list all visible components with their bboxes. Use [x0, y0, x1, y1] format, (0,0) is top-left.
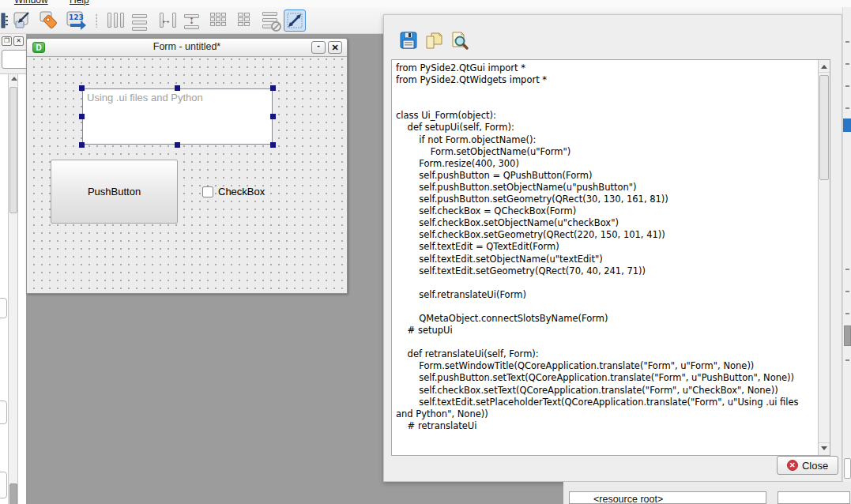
- toolbar-separator: [96, 13, 97, 28]
- right-dock-selection: [843, 118, 851, 132]
- scroll-up-button[interactable]: [819, 60, 830, 73]
- resource-browser-dock: <resource root>: [563, 482, 851, 504]
- form-editor-window: D Form - untitled* - ✕ Using .ui files a…: [26, 38, 348, 294]
- close-button-label: Close: [802, 460, 828, 472]
- menu-window[interactable]: Window: [14, 0, 48, 6]
- selection-handle[interactable]: [175, 142, 180, 148]
- widget-box-dock: ❐ ✕: [0, 34, 26, 504]
- resource-tree[interactable]: <resource root>: [569, 491, 766, 504]
- textedit-placeholder: Using .ui files and Python: [87, 92, 203, 103]
- view-code-dialog: from PySide2.QtGui import * from PySide2…: [383, 14, 842, 482]
- right-dock-box: [844, 458, 851, 479]
- qt-designer-window: Window Help: [0, 0, 851, 504]
- close-icon: ✕: [787, 460, 798, 471]
- layout-form-icon[interactable]: [233, 9, 255, 32]
- checkbox-label: CheckBox: [218, 186, 265, 197]
- dock-close-button[interactable]: ✕: [13, 36, 24, 46]
- code-dialog-toolbar: [384, 15, 842, 56]
- form-minimize-button[interactable]: -: [311, 41, 326, 54]
- selection-handle[interactable]: [270, 85, 276, 91]
- dock-float-button[interactable]: ❐: [2, 36, 12, 46]
- widget-filter-input[interactable]: [2, 50, 26, 69]
- code-text: from PySide2.QtGui import * from PySide2…: [396, 62, 799, 432]
- form-window-title: Form - untitled*: [27, 41, 347, 52]
- resource-side-panel[interactable]: [778, 491, 850, 504]
- form-close-button[interactable]: ✕: [328, 41, 342, 54]
- widget-category-stub[interactable]: [0, 401, 7, 424]
- code-scrollbar[interactable]: [818, 60, 830, 455]
- find-icon[interactable]: [450, 31, 469, 50]
- selection-handle[interactable]: [175, 85, 180, 91]
- selection-handle[interactable]: [79, 142, 85, 148]
- pushbutton-widget[interactable]: PushButton: [51, 160, 178, 224]
- selection-handle[interactable]: [270, 142, 276, 148]
- layout-vertical-icon[interactable]: [129, 9, 151, 32]
- layout-vertical-splitter-icon[interactable]: ↕: [181, 9, 203, 32]
- selection-handle[interactable]: [79, 114, 85, 119]
- selection-handle[interactable]: [79, 85, 85, 91]
- widget-box-scrollbar[interactable]: [8, 74, 18, 504]
- copy-icon[interactable]: [424, 31, 443, 50]
- layout-grid-icon[interactable]: [207, 9, 229, 32]
- form-window-titlebar[interactable]: D Form - untitled* - ✕: [27, 39, 347, 57]
- resource-root-label[interactable]: <resource root>: [593, 494, 663, 504]
- edit-buddies-icon[interactable]: [38, 9, 60, 32]
- edit-widgets-icon[interactable]: [0, 9, 9, 32]
- edit-signals-slots-icon[interactable]: [11, 9, 33, 32]
- widget-box-list: [0, 73, 26, 504]
- widget-category-stub[interactable]: [0, 298, 7, 318]
- right-dock-sliver: [842, 7, 851, 504]
- right-dock-block: [844, 325, 851, 346]
- widget-category-stub[interactable]: [0, 472, 7, 498]
- scroll-down-button[interactable]: [819, 442, 830, 455]
- adjust-size-icon[interactable]: [284, 9, 306, 32]
- layout-horizontal-splitter-icon[interactable]: ↔: [155, 9, 177, 32]
- menu-help[interactable]: Help: [70, 0, 89, 6]
- checkbox-box[interactable]: [202, 186, 213, 197]
- break-layout-icon[interactable]: [259, 9, 281, 32]
- close-button[interactable]: ✕ Close: [777, 456, 838, 475]
- layout-horizontal-icon[interactable]: [103, 9, 125, 32]
- scroll-thumb[interactable]: [819, 75, 829, 180]
- menubar: Window Help: [0, 0, 851, 7]
- svg-text:123: 123: [69, 13, 84, 21]
- code-view[interactable]: from PySide2.QtGui import * from PySide2…: [391, 59, 830, 456]
- textedit-widget[interactable]: Using .ui files and Python: [82, 88, 273, 145]
- selection-handle[interactable]: [270, 114, 276, 119]
- checkbox-widget[interactable]: CheckBox: [201, 175, 281, 208]
- save-icon[interactable]: [399, 31, 418, 50]
- edit-tab-order-icon[interactable]: 123: [65, 9, 87, 32]
- form-canvas[interactable]: Using .ui files and Python PushButton Ch…: [27, 57, 347, 293]
